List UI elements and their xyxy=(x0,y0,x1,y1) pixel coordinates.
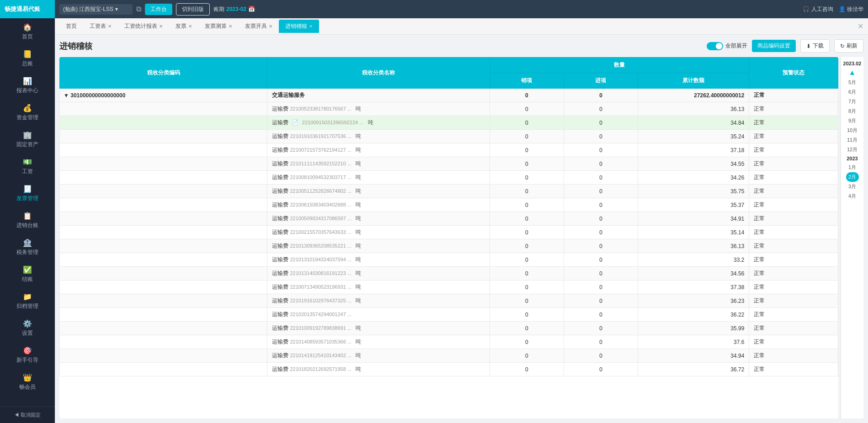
tab-close-icon[interactable]: ✕ xyxy=(108,24,112,29)
cell-sales: 0 xyxy=(490,226,564,239)
user-avatar[interactable]: 👤 徐泾华 xyxy=(839,5,863,13)
cell-tax-code xyxy=(60,280,267,294)
data-table-wrap[interactable]: 税收分类编码 税收分类名称 数量 预警状态 销项 进项 累计数额 ▼ 30100 xyxy=(59,57,838,418)
timeline-month-2月[interactable]: 2月 xyxy=(846,172,859,182)
cell-cumulative: 34.94 xyxy=(638,349,749,363)
page-title: 进销稽核 xyxy=(59,41,92,52)
sidebar-item-设置[interactable]: ⚙️设置 xyxy=(0,315,55,342)
tab-发票[interactable]: 发票✕ xyxy=(169,20,198,33)
cell-tax-num: 22101111143592152210 ... xyxy=(290,161,351,166)
timeline-month-4月[interactable]: 4月 xyxy=(846,191,859,201)
cell-tax-code xyxy=(60,349,267,363)
copy-icon[interactable]: ⧉ xyxy=(136,5,141,13)
tab-close-icon[interactable]: ✕ xyxy=(188,24,192,29)
expand-icon[interactable]: ▼ xyxy=(64,92,69,99)
cell-cumulative: 35.14 xyxy=(638,226,749,239)
timeline-month-1月[interactable]: 1月 xyxy=(846,163,859,172)
sidebar-item-总账[interactable]: 📒总账 xyxy=(0,45,55,72)
cell-status: 正常 xyxy=(749,143,838,157)
cell-status: 正常 xyxy=(749,280,838,294)
sidebar-icon: 🏦 xyxy=(23,238,32,247)
cell-cumulative: 36.22 xyxy=(638,308,749,322)
tab-工资统计报表[interactable]: 工资统计报表✕ xyxy=(118,20,169,33)
cell-tax-num: 22100523381780176567 ... xyxy=(290,106,351,111)
timeline-month-5月[interactable]: 5月 xyxy=(845,78,860,87)
switch-version-button[interactable]: 切到旧版 xyxy=(176,3,210,16)
cell-tax-name: 运输费 22101309365208535221 ... 吨 xyxy=(267,239,490,253)
cell-purchase: 0 xyxy=(564,102,638,116)
timeline-month-11月[interactable]: 11月 xyxy=(845,135,860,145)
tab-进销稽核[interactable]: 进销稽核✕ xyxy=(279,20,319,33)
tab-close-icon[interactable]: ✕ xyxy=(229,24,232,29)
cell-tax-code xyxy=(60,198,267,212)
timeline-month-3月[interactable]: 3月 xyxy=(846,182,859,191)
timeline-month-7月[interactable]: 7月 xyxy=(845,97,860,106)
workspace-button[interactable]: 工作台 xyxy=(145,4,172,15)
sidebar-item-label: 归档管理 xyxy=(16,302,38,310)
timeline-month-12月[interactable]: 12月 xyxy=(845,145,860,154)
sidebar-item-首页[interactable]: 🏠首页 xyxy=(0,18,55,45)
sidebar-icon: 📋 xyxy=(23,212,32,220)
close-all-button[interactable]: ✕ xyxy=(857,22,863,31)
period-label: 账期 2023-02 📅 xyxy=(213,5,255,13)
tab-close-icon[interactable]: ✕ xyxy=(309,24,313,29)
timeline-month-6月[interactable]: 6月 xyxy=(845,87,860,97)
tab-发票开具[interactable]: 发票开具✕ xyxy=(239,20,279,33)
tab-close-icon[interactable]: ✕ xyxy=(159,24,163,29)
company-selector[interactable]: (勉曲) 江西报宝-LSS ▾ xyxy=(59,4,133,15)
expand-toggle[interactable] xyxy=(707,42,723,50)
sidebar-item-结账[interactable]: ✅结账 xyxy=(0,261,55,288)
tab-close-icon[interactable]: ✕ xyxy=(269,24,272,29)
cell-purchase: 0 xyxy=(564,280,638,294)
topbar-right: 🎧 人工咨询 👤 徐泾华 xyxy=(803,5,863,13)
cell-purchase: 0 xyxy=(564,294,638,308)
page-actions: 全部展开 商品编码设置 ⬇ 下载 ↻ 刷新 xyxy=(707,39,863,53)
sidebar-item-发票管理[interactable]: 🧾发票管理 xyxy=(0,180,55,207)
cell-purchase: 0 xyxy=(564,185,638,198)
sidebar-item-归档管理[interactable]: 📁归档管理 xyxy=(0,288,55,315)
table-row: 运输费 22101111143592152210 ... 吨 0 0 34.55… xyxy=(60,157,838,171)
cell-purchase: 0 xyxy=(564,143,638,157)
timeline-month-10月[interactable]: 10月 xyxy=(845,126,860,135)
sidebar-item-税务管理[interactable]: 🏦税务管理 xyxy=(0,234,55,261)
sidebar-item-畅会员[interactable]: 👑畅会员 xyxy=(0,369,55,396)
sidebar: 畅捷通易代账 🏠首页📒总账📊报表中心💰资金管理🏢固定资产💵工资🧾发票管理📋进销台… xyxy=(0,0,55,423)
cell-unit: 吨 xyxy=(356,215,361,222)
cell-sales: 0 xyxy=(490,89,564,102)
refresh-button[interactable]: ↻ 刷新 xyxy=(834,39,863,53)
settings-button[interactable]: 商品编码设置 xyxy=(752,40,796,52)
sidebar-item-固定资产[interactable]: 🏢固定资产 xyxy=(0,126,55,153)
sidebar-icon: 🏢 xyxy=(23,131,32,139)
cell-purchase: 0 xyxy=(564,116,638,130)
sidebar-item-工资[interactable]: 💵工资 xyxy=(0,153,55,180)
cell-unit: 吨 xyxy=(356,229,361,235)
sidebar-item-报表中心[interactable]: 📊报表中心 xyxy=(0,72,55,99)
timeline-month-9月[interactable]: 9月 xyxy=(845,116,860,126)
cell-sales: 0 xyxy=(490,239,564,253)
col-cumulative: 累计数额 xyxy=(638,73,749,89)
sidebar-unpin-button[interactable]: ◀ 取消固定 xyxy=(0,407,55,423)
timeline-up-button[interactable]: ▲ xyxy=(848,68,857,78)
timeline-month-8月[interactable]: 8月 xyxy=(845,106,860,116)
col-purchase: 进项 xyxy=(564,73,638,89)
cell-cumulative: 34.55 xyxy=(638,157,749,171)
sidebar-item-label: 工资 xyxy=(22,168,33,175)
sidebar-item-资金管理[interactable]: 💰资金管理 xyxy=(0,99,55,126)
tab-发票测算[interactable]: 发票测算✕ xyxy=(198,20,239,33)
table-row: 运输费 22101408593571035366 ... 吨 0 0 37.6 … xyxy=(60,335,838,349)
cell-tax-name: 运输费 22101314030816191223 ... 吨 xyxy=(267,267,490,280)
sidebar-item-新手引导[interactable]: 🎯新手引导 xyxy=(0,342,55,369)
cell-unit: 吨 xyxy=(356,284,361,290)
cell-unit: 吨 xyxy=(356,256,361,263)
cell-tax-code xyxy=(60,335,267,349)
tab-首页[interactable]: 首页 xyxy=(59,20,83,33)
cell-status: 正常 xyxy=(749,157,838,171)
support-link[interactable]: 🎧 人工咨询 xyxy=(803,5,833,13)
tab-工资表[interactable]: 工资表✕ xyxy=(83,20,118,33)
timeline-panel: 2023.02 ▲ 5月6月7月8月9月10月11月12月 2023 1月2月3… xyxy=(841,57,863,418)
cell-status: 正常 xyxy=(749,226,838,239)
download-button[interactable]: ⬇ 下载 xyxy=(800,39,830,53)
cell-status: 正常 xyxy=(749,322,838,335)
cell-tax-code xyxy=(60,171,267,185)
sidebar-item-进销台账[interactable]: 📋进销台账 xyxy=(0,207,55,234)
